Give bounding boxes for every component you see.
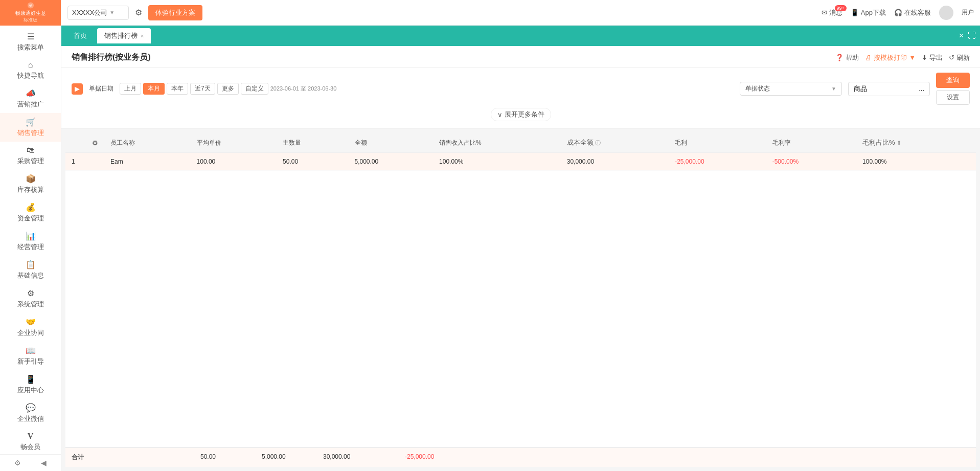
sidebar-settings-btn[interactable]: ⚙ [14, 459, 21, 467]
th-seq [65, 133, 86, 153]
filter-row: ▶ 单据日期 上月 本月 本年 近7天 更多 自定义 2023-06-01 至 … [72, 73, 970, 105]
sidebar-item-label: 资金管理 [17, 214, 44, 223]
svg-text:畅: 畅 [29, 4, 32, 7]
export-button[interactable]: ⬇ 导出 [922, 53, 943, 62]
trial-button[interactable]: 体验行业方案 [148, 5, 202, 20]
finance-icon: 💰 [26, 203, 36, 212]
chevron-down-icon: ∨ [497, 111, 503, 119]
gross-pct-info-icon[interactable]: ⬆ [897, 140, 901, 146]
purchase-icon: 🛍 [27, 146, 35, 155]
table-settings-icon[interactable]: ⚙ [92, 139, 98, 147]
td-amount: 5,000.00 [349, 153, 434, 171]
sidebar-nav: ☰ 搜索菜单 ⌂ 快捷导航 📣 营销推广 🛒 销售管理 🛍 采购管理 📦 库存核… [0, 26, 61, 454]
app-sub: 标准版 [24, 17, 37, 24]
sidebar-item-label: 搜索菜单 [17, 43, 44, 52]
date-filter: 上月 本月 本年 近7天 更多 自定义 2023-06-01 至 2023-06… [120, 83, 336, 95]
app-download-button[interactable]: 📱 App下载 [851, 8, 886, 17]
table-header-row: ⚙ 员工名称 平均单价 主数量 全额 销售收入占比% 成本全额 ⓘ 毛利 毛利率 [65, 133, 976, 153]
sidebar-item-inventory[interactable]: 📦 库存核算 [0, 170, 61, 198]
sidebar-item-basic[interactable]: 📋 基础信息 [0, 256, 61, 284]
print-icon: 🖨 [865, 54, 872, 61]
messages-button[interactable]: ✉ 消息 99+ [822, 8, 842, 17]
th-avg-price: 平均单价 [191, 133, 277, 153]
sidebar-item-label: 基础信息 [17, 271, 44, 280]
th-sales-pct: 销售收入占比% [433, 133, 561, 153]
date-custom-btn[interactable]: 自定义 [241, 83, 268, 95]
sidebar-item-operations[interactable]: 📊 经营管理 [0, 227, 61, 256]
help-icon: ❓ [835, 54, 844, 61]
message-icon: ✉ [822, 9, 827, 16]
help-button[interactable]: ❓ 帮助 [835, 53, 859, 62]
date-year-btn[interactable]: 本年 [167, 83, 188, 95]
sidebar-item-system[interactable]: ⚙ 系统管理 [0, 284, 61, 313]
sidebar: 畅 畅康通好生意 标准版 ☰ 搜索菜单 ⌂ 快捷导航 📣 营销推广 🛒 销售管理… [0, 0, 61, 471]
tab-close-icon[interactable]: × [141, 33, 144, 39]
operations-icon: 📊 [26, 231, 36, 241]
goods-filter[interactable]: 商品 ... [848, 82, 930, 96]
sidebar-item-finance[interactable]: 💰 资金管理 [0, 198, 61, 227]
logo-icon: 畅 [24, 2, 38, 9]
refresh-button[interactable]: ↺ 刷新 [949, 53, 970, 62]
sidebar-item-apps[interactable]: 📱 应用中心 [0, 370, 61, 399]
settings-icon[interactable]: ⚙ [133, 6, 144, 19]
sidebar-bottom: ⚙ ◀ [0, 454, 61, 471]
sidebar-item-wechat[interactable]: 💬 企业微信 [0, 399, 61, 428]
top-header: XXXXX公司 ▼ ⚙ 体验行业方案 ✉ 消息 99+ 📱 App下载 🎧 在线… [61, 0, 980, 26]
sidebar-item-marketing[interactable]: 📣 营销推广 [0, 84, 61, 113]
tab-sales-ranking[interactable]: 销售排行榜 × [97, 28, 151, 43]
print-button[interactable]: 🖨 按模板打印 ▼ [865, 53, 916, 62]
minimize-icon[interactable]: × [959, 31, 964, 40]
system-icon: ⚙ [27, 288, 34, 298]
table-footer: 合计 50.00 5,000.00 30,000.00 -25,000.00 [65, 447, 976, 467]
sidebar-item-label: 新手引导 [17, 357, 44, 366]
date-prev-month-btn[interactable]: 上月 [120, 83, 141, 95]
sidebar-item-purchase[interactable]: 🛍 采购管理 [0, 142, 61, 170]
filter-toggle-button[interactable]: ▶ [72, 83, 83, 95]
cost-info-icon[interactable]: ⓘ [595, 140, 601, 146]
sidebar-item-label: 企业微信 [17, 414, 44, 423]
sidebar-collapse-btn[interactable]: ◀ [41, 459, 47, 467]
print-dropdown-icon[interactable]: ▼ [909, 54, 916, 61]
expand-row: ∨ 展开更多条件 [72, 105, 970, 123]
avatar[interactable] [939, 6, 953, 20]
company-selector[interactable]: XXXXX公司 ▼ [67, 6, 129, 20]
filter-area: ▶ 单据日期 上月 本月 本年 近7天 更多 自定义 2023-06-01 至 … [61, 68, 980, 129]
sidebar-item-label: 畅会员 [20, 442, 40, 452]
th-gross-pct: 毛利占比% ⬆ [856, 133, 976, 153]
page-header: 销售排行榜(按业务员) ❓ 帮助 🖨 按模板打印 ▼ ⬇ 导出 ↺ 刷新 [61, 46, 980, 68]
basic-icon: 📋 [26, 260, 36, 270]
date-week-btn[interactable]: 近7天 [190, 83, 215, 95]
company-name: XXXXX公司 [72, 8, 107, 17]
sidebar-item-guide[interactable]: 📖 新手引导 [0, 342, 61, 370]
chevron-down-icon: ▼ [831, 86, 836, 92]
query-button[interactable]: 查询 [936, 73, 970, 88]
status-filter-label: 单据状态 [745, 84, 770, 93]
table-row: 1 Eam 100.00 50.00 5,000.00 100.00% 30,0… [65, 153, 976, 171]
sidebar-item-sales[interactable]: 🛒 销售管理 [0, 113, 61, 142]
app-name: 畅康通好生意 [15, 10, 46, 17]
sidebar-item-quick[interactable]: ⌂ 快捷导航 [0, 56, 61, 84]
td-avg-price: 100.00 [191, 153, 277, 171]
maximize-icon[interactable]: ⛶ [968, 31, 976, 40]
sidebar-item-label: 采购管理 [17, 156, 44, 166]
chevron-down-icon: ▼ [109, 10, 115, 15]
inventory-icon: 📦 [26, 174, 36, 184]
online-service-button[interactable]: 🎧 在线客服 [894, 8, 931, 17]
sidebar-item-label: 企业协同 [17, 328, 44, 338]
date-current-month-btn[interactable]: 本月 [143, 83, 165, 95]
more-filter-icon[interactable]: ... [919, 85, 924, 93]
td-seq: 1 [65, 153, 86, 171]
status-filter[interactable]: 单据状态 ▼ [740, 82, 842, 96]
date-more-btn[interactable]: 更多 [217, 83, 239, 95]
settings-button[interactable]: 设置 [936, 90, 970, 105]
sidebar-item-member[interactable]: V 畅会员 [0, 428, 61, 454]
wechat-icon: 💬 [26, 403, 36, 413]
expand-more-button[interactable]: ∨ 展开更多条件 [491, 108, 551, 121]
th-settings[interactable]: ⚙ [86, 133, 104, 153]
sidebar-item-search[interactable]: ☰ 搜索菜单 [0, 28, 61, 56]
page-actions: ❓ 帮助 🖨 按模板打印 ▼ ⬇ 导出 ↺ 刷新 [835, 53, 970, 62]
footer-totals-row: 合计 50.00 5,000.00 30,000.00 -25,000.00 [65, 448, 976, 467]
tab-home[interactable]: 首页 [65, 27, 95, 44]
refresh-icon: ↺ [949, 54, 954, 61]
sidebar-item-enterprise[interactable]: 🤝 企业协同 [0, 313, 61, 342]
